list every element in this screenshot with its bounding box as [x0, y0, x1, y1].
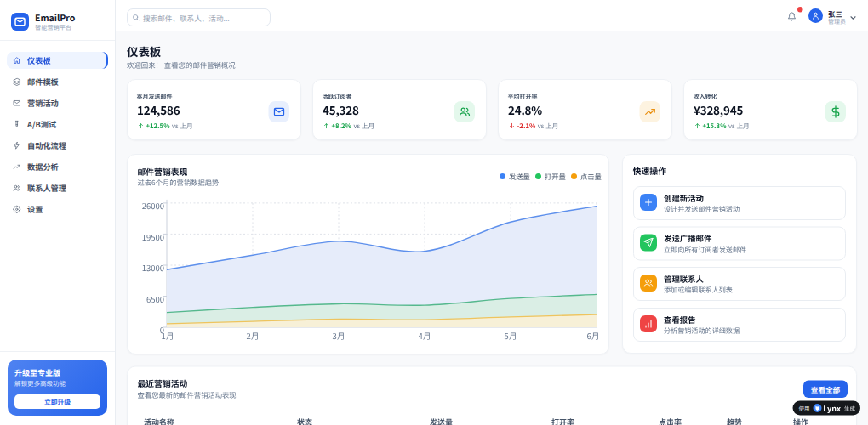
svg-text:26000: 26000 — [142, 201, 164, 212]
svg-text:5月: 5月 — [505, 330, 517, 342]
svg-text:13000: 13000 — [142, 263, 164, 275]
svg-text:2月: 2月 — [247, 330, 260, 342]
svg-text:4月: 4月 — [419, 330, 431, 342]
svg-text:19500: 19500 — [142, 231, 164, 243]
svg-text:1月: 1月 — [162, 330, 174, 342]
svg-text:3月: 3月 — [333, 330, 345, 342]
svg-text:6500: 6500 — [146, 293, 164, 305]
svg-text:6月: 6月 — [587, 330, 600, 342]
